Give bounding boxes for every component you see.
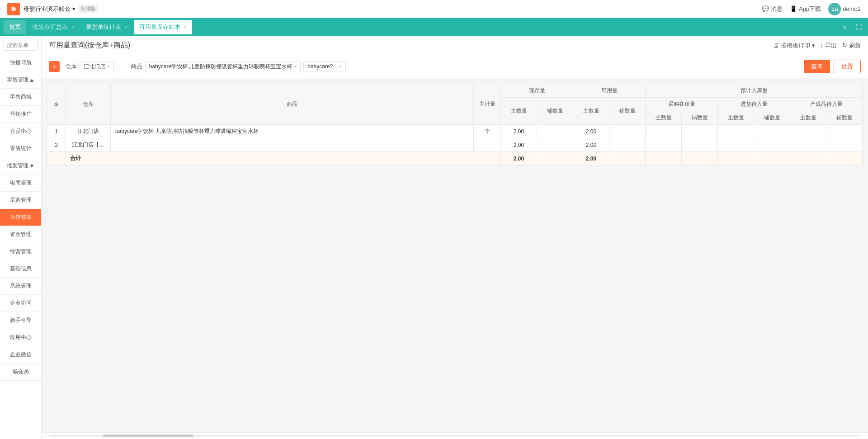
warehouse-filter-tag[interactable]: 江北门店 × bbox=[80, 61, 114, 72]
company-name: 母婴行业演示账套 bbox=[24, 5, 71, 13]
table-row: 1 江北门店 babycare学饮杯 儿童防摔防撞吸管杯重力球吸嘴杯宝宝水杯 个… bbox=[47, 125, 863, 138]
standard-badge: 标准版 bbox=[79, 5, 98, 13]
filter-area: » 仓库 江北门店 × ··· 商品 babycare学饮杯 儿童防摔防撞吸管杯… bbox=[42, 55, 868, 78]
refresh-label: 刷新 bbox=[849, 42, 861, 50]
tab-bar-actions: × ⛶ bbox=[839, 22, 864, 33]
th-forecast-inbound-group: 预计入库量 bbox=[646, 84, 863, 98]
tab-receive-summary[interactable]: 收发存汇总表 × bbox=[27, 20, 80, 34]
tab-receive-summary-close[interactable]: × bbox=[71, 25, 74, 30]
data-table: ⚙ 仓库 商品 主计量 现存量 可用量 预计入库量 主数量 辅数量 主数量 辅数… bbox=[47, 84, 863, 165]
sidebar-item-inventory[interactable]: 库存核算 bbox=[0, 209, 41, 226]
footer-row: 合计 2.00 2.00 bbox=[47, 152, 863, 165]
company-chevron-icon: ▾ bbox=[72, 5, 75, 12]
th-production-pending-group: 产成品待入量 bbox=[790, 98, 863, 111]
row1-production-main bbox=[790, 125, 826, 138]
table-row: 2 江北门店【... 2.00 2.00 bbox=[47, 138, 863, 152]
print-template-label: 按模板打印 bbox=[781, 42, 810, 50]
row1-warehouse: 江北门店 bbox=[66, 125, 111, 138]
export-icon: ↑ bbox=[821, 42, 824, 49]
company-selector[interactable]: 母婴行业演示账套 ▾ bbox=[24, 5, 75, 13]
warehouse-filter-group: 仓库 江北门店 × ··· bbox=[65, 61, 125, 72]
search-menu-container bbox=[0, 36, 41, 54]
row2-purchase-aux bbox=[682, 138, 718, 152]
th-purchase-transit-group: 采购在途量 bbox=[646, 98, 718, 111]
th-current-main-qty: 主数量 bbox=[501, 98, 537, 125]
filter-expand-button[interactable]: » bbox=[49, 61, 60, 72]
th-warehouse: 仓库 bbox=[66, 84, 111, 125]
warehouse-filter-close-icon[interactable]: × bbox=[107, 64, 110, 69]
product-filter-close-icon1[interactable]: × bbox=[294, 64, 297, 69]
sidebar-item-new-guide[interactable]: 新手引导 bbox=[0, 312, 41, 329]
tab-demand-summary-close[interactable]: × bbox=[125, 25, 127, 30]
main-layout: 快捷导航 零售管理 ▲ 零售商城 营销推广 会员中心 零售统计 批发管理 ▼ 电… bbox=[0, 36, 868, 439]
th-available-group: 可用量 bbox=[573, 84, 646, 98]
tab-receive-summary-label: 收发存汇总表 bbox=[33, 23, 68, 31]
sidebar-item-ecommerce[interactable]: 电商管理 bbox=[0, 175, 41, 192]
footer-current-aux bbox=[537, 152, 573, 165]
sidebar-item-member-center[interactable]: 会员中心 bbox=[0, 123, 41, 140]
warehouse-filter-label: 仓库 bbox=[65, 62, 77, 71]
print-template-button[interactable]: 🖨 按模板打印 ▾ bbox=[773, 42, 815, 50]
product-filter-tag2[interactable]: babycare?... × bbox=[303, 61, 346, 71]
row2-production-aux bbox=[826, 138, 863, 152]
product-filter-value2: babycare?... bbox=[307, 63, 337, 70]
page-header: 可用量查询(按仓库+商品) 🖨 按模板打印 ▾ ↑ 导出 ↻ 刷新 bbox=[42, 36, 868, 55]
export-button[interactable]: ↑ 导出 bbox=[821, 42, 837, 50]
row2-inbound-main bbox=[718, 138, 754, 152]
row1-inbound-main bbox=[718, 125, 754, 138]
sidebar-item-operations[interactable]: 经营管理 bbox=[0, 243, 41, 260]
filter-actions: 查询 设置 bbox=[804, 60, 861, 73]
page-header-actions: 🖨 按模板打印 ▾ ↑ 导出 ↻ 刷新 bbox=[773, 42, 861, 50]
top-bar: 畅 母婴行业演示账套 ▾ 标准版 💬 消息 📱 App下载 Ea demo2 bbox=[0, 0, 868, 18]
sidebar-item-retail-mgmt[interactable]: 零售管理 ▲ bbox=[0, 71, 41, 89]
row2-available-main: 2.00 bbox=[573, 138, 609, 152]
sidebar-item-app-center[interactable]: 应用中心 bbox=[0, 329, 41, 346]
sidebar-item-finance[interactable]: 资金管理 bbox=[0, 226, 41, 243]
content-area: 可用量查询(按仓库+商品) 🖨 按模板打印 ▾ ↑ 导出 ↻ 刷新 bbox=[42, 36, 868, 439]
tab-demand-summary[interactable]: 要货单统计表 × bbox=[80, 20, 133, 34]
scroll-thumb[interactable] bbox=[103, 434, 193, 437]
sidebar-item-enterprise-wechat[interactable]: 企业微信 bbox=[0, 346, 41, 363]
sidebar-item-vip[interactable]: 畅会员 bbox=[0, 363, 41, 381]
product-filter-tag1[interactable]: babycare学饮杯 儿童防摔防撞吸管杯重力球吸嘴杯宝宝水杯 × bbox=[145, 61, 301, 72]
tab-available-stock-close[interactable]: × bbox=[184, 25, 187, 30]
sidebar-item-enterprise[interactable]: 企业协同 bbox=[0, 295, 41, 312]
sidebar-item-retail-stats[interactable]: 零售统计 bbox=[0, 140, 41, 157]
row1-unit: 个 bbox=[474, 125, 501, 138]
settings-button[interactable]: 设置 bbox=[834, 60, 861, 73]
row1-index: 1 bbox=[47, 125, 66, 138]
app-download-button[interactable]: 📱 App下载 bbox=[790, 5, 821, 13]
refresh-button[interactable]: ↻ 刷新 bbox=[842, 42, 861, 50]
row2-current-aux bbox=[537, 138, 573, 152]
sidebar-item-marketing[interactable]: 营销推广 bbox=[0, 106, 41, 123]
search-menu-input[interactable] bbox=[4, 40, 38, 51]
warehouse-filter-more-icon[interactable]: ··· bbox=[117, 63, 125, 70]
product-filter-close-icon2[interactable]: × bbox=[339, 64, 342, 69]
sidebar-item-quick-nav[interactable]: 快捷导航 bbox=[0, 54, 41, 71]
table-wrapper[interactable]: ⚙ 仓库 商品 主计量 现存量 可用量 预计入库量 主数量 辅数量 主数量 辅数… bbox=[42, 78, 868, 432]
footer-production-main bbox=[790, 152, 826, 165]
fullscreen-button[interactable]: ⛶ bbox=[854, 22, 864, 33]
sidebar-item-purchase[interactable]: 采购管理 bbox=[0, 192, 41, 209]
settings-icon[interactable]: ⚙ bbox=[54, 101, 59, 108]
th-purchase-aux: 辅数量 bbox=[682, 111, 718, 125]
scroll-track[interactable] bbox=[49, 434, 861, 437]
row2-product bbox=[111, 138, 474, 152]
top-bar-left: 畅 母婴行业演示账套 ▾ 标准版 bbox=[7, 3, 98, 15]
footer-purchase-main bbox=[646, 152, 682, 165]
message-button[interactable]: 💬 消息 bbox=[762, 5, 783, 13]
sidebar-item-system[interactable]: 系统管理 bbox=[0, 278, 41, 295]
tab-home[interactable]: 首页 bbox=[4, 20, 26, 34]
top-bar-right: 💬 消息 📱 App下载 Ea demo2 bbox=[762, 3, 861, 15]
footer-production-aux bbox=[826, 152, 863, 165]
sidebar-item-wholesale-mgmt[interactable]: 批发管理 ▼ bbox=[0, 157, 41, 175]
row1-inbound-aux bbox=[754, 125, 790, 138]
sidebar-item-retail-mall[interactable]: 零售商城 bbox=[0, 89, 41, 106]
th-current-stock-group: 现存量 bbox=[501, 84, 573, 98]
tab-available-stock[interactable]: 可用量库存账本 × bbox=[134, 20, 192, 34]
th-current-aux-qty: 辅数量 bbox=[537, 98, 573, 125]
query-button[interactable]: 查询 bbox=[804, 60, 830, 73]
sidebar-item-basic-info[interactable]: 基础信息 bbox=[0, 260, 41, 278]
close-all-tabs-button[interactable]: × bbox=[839, 22, 850, 33]
user-profile[interactable]: Ea demo2 bbox=[828, 3, 861, 15]
